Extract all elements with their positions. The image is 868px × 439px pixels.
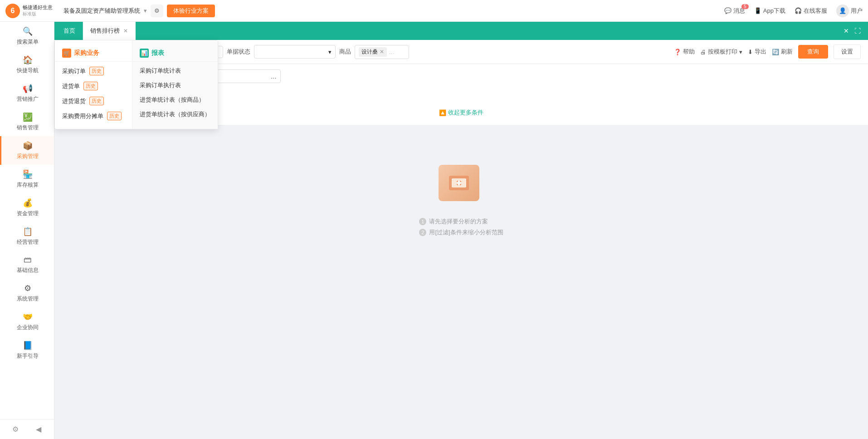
stock-in-stat-goods-label: 进货单统计表（按商品） — [140, 96, 205, 104]
hist-badge-4: 历史 — [107, 112, 122, 120]
sidebar-label-sales: 销售管理 — [17, 124, 39, 132]
print-btn[interactable]: 🖨 按模板打印 ▾ — [700, 48, 742, 56]
setting-button[interactable]: 设置 — [834, 44, 861, 59]
sidebar-item-sales[interactable]: 💹 销售管理 — [0, 108, 54, 136]
sidebar-item-capital[interactable]: 💰 资金管理 — [0, 193, 54, 222]
sidebar-settings-btn[interactable]: ⚙ — [5, 425, 25, 434]
hist-badge-1: 历史 — [89, 67, 104, 75]
tab-close-icon[interactable]: ✕ — [123, 28, 128, 34]
sidebar-label-purchase: 采购管理 — [17, 153, 39, 160]
sidebar-item-purchase[interactable]: 📦 采购管理 — [0, 136, 54, 165]
empty-tip-1-text: 请先选择要分析的方案 — [429, 217, 488, 226]
dropdown-item-stock-in-stat-goods[interactable]: 进货单统计表（按商品） — [132, 93, 218, 107]
sidebar-item-ops[interactable]: 📋 经营管理 — [0, 222, 54, 251]
sidebar-label-search: 搜索菜单 — [17, 38, 39, 46]
print-dropdown-icon: ▾ — [739, 49, 742, 55]
print-icon: 🖨 — [700, 49, 706, 55]
online-service-btn[interactable]: 🎧 在线客服 — [795, 7, 827, 15]
purchase-dropdown-menu: 🛒 采购业务 采购订单 历史 进货单 历史 进货退货 历史 采购费用分摊单 历史… — [54, 40, 218, 129]
report-col-icon: 📊 — [140, 49, 149, 58]
dropdown-item-stock-in-stat-supplier[interactable]: 进货单统计表（按供应商） — [132, 107, 218, 122]
message-badge: 5 — [741, 4, 749, 9]
industry-btn[interactable]: 体验行业方案 — [167, 5, 215, 17]
capital-icon: 💰 — [23, 198, 33, 208]
sidebar-item-newbie[interactable]: 📘 新手引导 — [0, 336, 54, 365]
goods-tag-close[interactable]: ✕ — [380, 49, 384, 55]
goods-label: 商品 — [339, 48, 351, 56]
gear-button[interactable]: ⚙ — [151, 5, 163, 17]
empty-tips: 1 请先选择要分析的方案 2 用[过滤]条件来缩小分析范围 — [419, 217, 503, 239]
sys-icon: ⚙ — [24, 283, 31, 293]
purchase-fee-label: 采购费用分摊单 — [62, 112, 103, 120]
app-download-btn[interactable]: 📱 App下载 — [754, 7, 785, 15]
sidebar-item-sys[interactable]: ⚙ 系统管理 — [0, 279, 54, 307]
message-btn[interactable]: 💬 消息 5 — [724, 7, 745, 15]
dropdown-item-purchase-order-stat[interactable]: 采购订单统计表 — [132, 64, 218, 78]
top-header: 6 畅捷通好生意 标准版 装备及固定资产辅助管理系统 ▾ ⚙ 体验行业方案 💬 … — [0, 0, 868, 22]
dropdown-item-purchase-order[interactable]: 采购订单 历史 — [55, 64, 132, 79]
newbie-icon: 📘 — [23, 340, 33, 350]
sidebar-label-marketing: 营销推广 — [17, 95, 39, 103]
sidebar-item-coop[interactable]: 🤝 企业协同 — [0, 307, 54, 336]
headset-icon: 🎧 — [795, 7, 802, 14]
tab-sales-rank-label: 销售排行榜 — [90, 27, 120, 35]
tab-home[interactable]: 首页 — [56, 22, 83, 40]
goods-tag: 设计桑 ✕ — [359, 47, 387, 57]
sidebar: 🔍 搜索菜单 🏠 快捷导航 📢 营销推广 💹 销售管理 📦 采购管理 🏪 库存核… — [0, 22, 54, 439]
refresh-btn[interactable]: 🔄 刷新 — [772, 48, 793, 56]
help-btn[interactable]: ❓ 帮助 — [674, 48, 695, 56]
help-icon: ❓ — [674, 49, 681, 55]
tabs-controls: ✕ ⛶ — [842, 25, 866, 36]
query-button[interactable]: 查询 — [798, 45, 828, 59]
user-btn[interactable]: 👤 用户 — [836, 5, 863, 17]
sys-dropdown-icon[interactable]: ▾ — [144, 7, 147, 14]
header-right: 💬 消息 5 📱 App下载 🎧 在线客服 👤 用户 — [724, 5, 863, 17]
sidebar-item-quick[interactable]: 🏠 快捷导航 — [0, 50, 54, 79]
hist-badge-2: 历史 — [83, 82, 98, 90]
dropdown-item-stock-return[interactable]: 进货退货 历史 — [55, 94, 132, 109]
tab-close-page-btn[interactable]: ✕ — [842, 25, 851, 36]
header-mid: 装备及固定资产辅助管理系统 ▾ ⚙ 体验行业方案 — [60, 5, 724, 17]
sidebar-item-search[interactable]: 🔍 搜索菜单 — [0, 22, 54, 50]
empty-tip-1: 1 请先选择要分析的方案 — [419, 217, 503, 226]
dropdown-col-purchase: 🛒 采购业务 采购订单 历史 进货单 历史 进货退货 历史 采购费用分摊单 历史 — [55, 40, 132, 129]
user-avatar: 👤 — [836, 5, 849, 17]
empty-tip-2: 2 用[过滤]条件来缩小分析范围 — [419, 228, 503, 237]
sidebar-item-marketing[interactable]: 📢 营销推广 — [0, 79, 54, 108]
purchase-col-icon: 🛒 — [62, 49, 71, 58]
app-logo-icon: 6 — [5, 4, 20, 18]
svg-rect-4 — [458, 180, 460, 186]
hist-badge-3: 历史 — [89, 97, 104, 105]
dropdown-item-stock-in[interactable]: 进货单 历史 — [55, 79, 132, 94]
tab-maximize-btn[interactable]: ⛶ — [853, 25, 863, 36]
mobile-icon: 📱 — [754, 7, 761, 14]
stock-in-stat-supplier-label: 进货单统计表（按供应商） — [140, 110, 210, 118]
sidebar-collapse-btn[interactable]: ◀ — [29, 425, 49, 434]
dropdown-col1-header: 🛒 采购业务 — [55, 46, 132, 62]
settings-icon: ⚙ — [12, 425, 19, 434]
dropdown-col2-title: 报表 — [151, 49, 164, 57]
sidebar-item-stock[interactable]: 🏪 库存核算 — [0, 165, 54, 193]
purchase-order-stat-label: 采购订单统计表 — [140, 67, 181, 75]
goods-filter-input[interactable]: 设计桑 ✕ … — [355, 45, 409, 59]
logo-area: 6 畅捷通好生意 标准版 — [5, 4, 60, 18]
stock-return-label: 进货退货 — [62, 97, 86, 105]
doc-status-value — [258, 48, 327, 56]
salesman-more-dots: … — [271, 73, 277, 80]
sidebar-label-capital: 资金管理 — [17, 210, 39, 217]
tab-sales-rank[interactable]: 销售排行榜 ✕ — [83, 22, 136, 40]
logo-edition: 标准版 — [23, 11, 53, 17]
export-btn[interactable]: ⬇ 导出 — [748, 48, 766, 56]
ops-icon: 📋 — [23, 227, 33, 237]
doc-status-select[interactable]: ▾ — [254, 45, 336, 59]
dropdown-item-purchase-order-exec[interactable]: 采购订单执行表 — [132, 78, 218, 93]
doc-status-label: 单据状态 — [227, 48, 250, 56]
sidebar-label-stock: 库存核算 — [17, 181, 39, 189]
logo-text-block: 畅捷通好生意 标准版 — [23, 4, 53, 17]
dropdown-col-report: 📊 报表 采购订单统计表 采购订单执行表 进货单统计表（按商品） 进货单统计表（… — [132, 40, 218, 129]
purchase-icon: 📦 — [23, 141, 33, 151]
dropdown-item-purchase-fee[interactable]: 采购费用分摊单 历史 — [55, 109, 132, 123]
sidebar-bottom: ⚙ ◀ — [0, 419, 54, 439]
sidebar-item-base[interactable]: 🗃 基础信息 — [0, 251, 54, 279]
sidebar-label-coop: 企业协同 — [17, 324, 39, 331]
